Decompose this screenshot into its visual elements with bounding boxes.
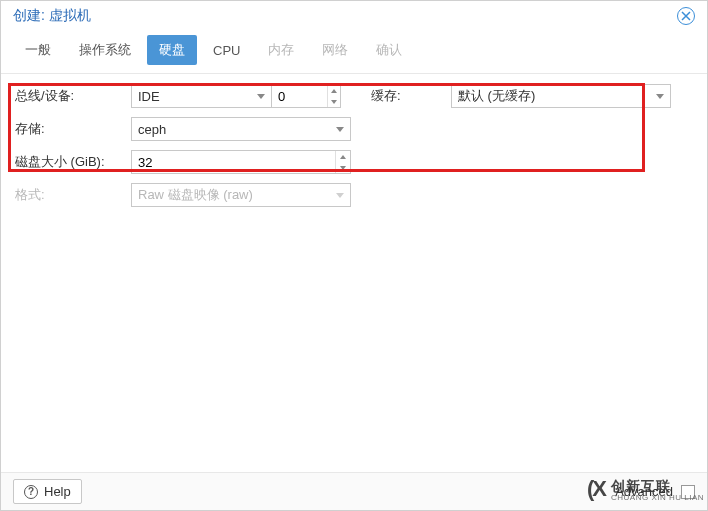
- storage-combo[interactable]: ceph: [131, 117, 351, 141]
- device-spinner[interactable]: [271, 84, 341, 108]
- tab-os[interactable]: 操作系统: [67, 35, 143, 65]
- form-area: 总线/设备: IDE 缓存: 默认 (无缓存) 存储: [1, 74, 707, 217]
- watermark-brand: 创新互联: [611, 479, 704, 494]
- chevron-down-icon[interactable]: [336, 162, 350, 173]
- titlebar: 创建: 虚拟机: [1, 1, 707, 31]
- disk-size-input[interactable]: [132, 151, 335, 173]
- chevron-up-icon[interactable]: [336, 151, 350, 162]
- disk-size-spinner[interactable]: [131, 150, 351, 174]
- label-disk-size: 磁盘大小 (GiB):: [15, 153, 121, 171]
- storage-value: ceph: [138, 122, 166, 137]
- chevron-down-icon: [336, 193, 344, 198]
- bus-device-field: IDE: [131, 84, 351, 108]
- tab-confirm: 确认: [364, 35, 414, 65]
- close-icon[interactable]: [677, 7, 695, 25]
- chevron-down-icon: [336, 127, 344, 132]
- dialog-title: 创建: 虚拟机: [13, 7, 91, 25]
- watermark: (X 创新互联 CHUANG XIN HU LIAN: [587, 478, 704, 504]
- label-storage: 存储:: [15, 120, 121, 138]
- label-cache: 缓存:: [361, 87, 441, 105]
- tab-cpu[interactable]: CPU: [201, 37, 252, 64]
- chevron-down-icon[interactable]: [328, 96, 340, 107]
- chevron-down-icon: [656, 94, 664, 99]
- format-combo: Raw 磁盘映像 (raw): [131, 183, 351, 207]
- spinner-buttons: [335, 151, 350, 173]
- device-input[interactable]: [272, 85, 327, 107]
- cache-combo[interactable]: 默认 (无缓存): [451, 84, 671, 108]
- bus-combo[interactable]: IDE: [131, 84, 271, 108]
- label-format: 格式:: [15, 186, 121, 204]
- tab-memory: 内存: [256, 35, 306, 65]
- tab-general[interactable]: 一般: [13, 35, 63, 65]
- format-value: Raw 磁盘映像 (raw): [138, 186, 253, 204]
- tab-disk[interactable]: 硬盘: [147, 35, 197, 65]
- label-bus-device: 总线/设备:: [15, 87, 121, 105]
- wizard-tabs: 一般 操作系统 硬盘 CPU 内存 网络 确认: [1, 31, 707, 74]
- help-icon: ?: [24, 485, 38, 499]
- watermark-logo-icon: (X: [587, 476, 605, 502]
- help-label: Help: [44, 484, 71, 499]
- create-vm-dialog: 创建: 虚拟机 一般 操作系统 硬盘 CPU 内存 网络 确认 总线/设备: I…: [0, 0, 708, 511]
- watermark-text: 创新互联 CHUANG XIN HU LIAN: [611, 479, 704, 503]
- watermark-sub: CHUANG XIN HU LIAN: [611, 494, 704, 503]
- tab-network: 网络: [310, 35, 360, 65]
- spinner-buttons: [327, 85, 340, 107]
- chevron-up-icon[interactable]: [328, 85, 340, 96]
- help-button[interactable]: ? Help: [13, 479, 82, 504]
- bus-value: IDE: [138, 89, 160, 104]
- chevron-down-icon: [257, 94, 265, 99]
- cache-value: 默认 (无缓存): [458, 87, 535, 105]
